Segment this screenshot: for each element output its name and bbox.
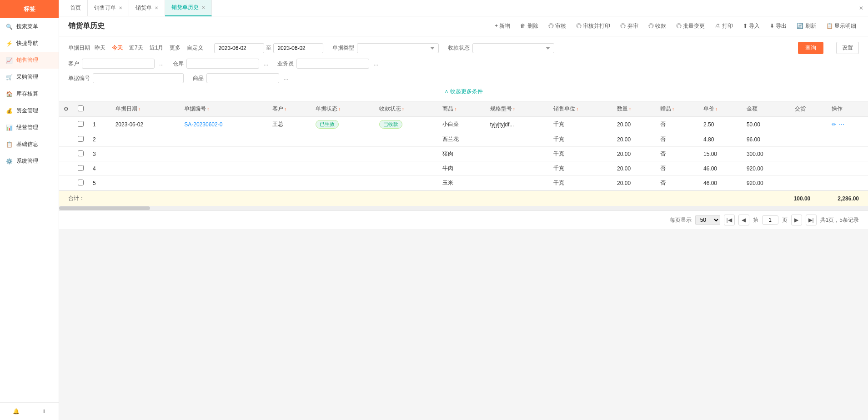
shortcut-7days[interactable]: 近7天 [127,44,145,52]
delete-button[interactable]: 🗑 删除 [517,21,541,31]
col-doc-no[interactable]: 单据编号↕ [180,101,268,117]
sidebar-item-basic-info[interactable]: 📋 基础信息 [0,136,59,153]
sidebar-item-sales[interactable]: 📈 销售管理 [0,52,59,69]
customer-ellipsis[interactable]: ... [159,60,164,67]
shortcut-custom[interactable]: 自定义 [185,44,205,52]
shortcut-today[interactable]: 今天 [110,44,125,52]
row-transaction [790,147,828,161]
col-customer[interactable]: 客户↕ [268,101,311,117]
tab-sales-goods-close[interactable]: ✕ [155,5,158,10]
col-gear[interactable]: ⚙ [59,101,73,117]
scrollbar-thumb[interactable] [59,206,150,210]
sidebar-item-finance[interactable]: 💰 资金管理 [0,102,59,119]
collect-button[interactable]: ◎ 收款 [646,21,669,31]
more-icon[interactable]: ⋯ [839,121,844,128]
tab-sales-history[interactable]: 销货单历史 ✕ [165,0,212,16]
per-page-select[interactable]: 50 100 200 [695,215,720,225]
col-spec[interactable]: 规格型号↕ [486,101,549,117]
col-goods[interactable]: 商品↕ [438,101,485,117]
row-spec [486,176,549,190]
customer-input[interactable] [82,59,155,69]
row-checkbox[interactable] [73,161,88,176]
sidebar-item-search[interactable]: 🔍 搜索菜单 [0,18,59,35]
col-qty[interactable]: 数量↕ [612,101,656,117]
prev-page-button[interactable]: ◀ [738,215,749,225]
last-page-button[interactable]: ▶| [806,215,817,225]
shortcut-more[interactable]: 更多 [168,44,182,52]
doc-type-select[interactable] [357,43,439,53]
row-doc-date [111,161,180,176]
row-doc-no[interactable] [180,132,268,147]
row-checkbox[interactable] [73,132,88,147]
sidebar-item-operations[interactable]: 📊 经营管理 [0,119,59,136]
abandon-button[interactable]: ◎ 弃审 [617,21,641,31]
date-to-input[interactable] [273,43,323,53]
docno-input[interactable] [93,73,184,83]
pause-icon[interactable]: ⏸ [41,408,46,415]
col-doc-date[interactable]: 单据日期↕ [111,101,180,117]
page-number-input[interactable] [762,215,778,225]
tab-home[interactable]: 首页 [64,0,88,16]
goods-ellipsis[interactable]: ... [284,75,288,81]
goods-input[interactable] [206,73,279,83]
row-checkbox[interactable] [73,176,88,190]
sidebar-item-purchase[interactable]: 🛒 采购管理 [0,69,59,85]
first-page-button[interactable]: |◀ [724,215,735,225]
col-gift[interactable]: 赠品↕ [656,101,699,117]
row-doc-no[interactable] [180,147,268,161]
sidebar-item-system[interactable]: ⚙️ 系统管理 [0,153,59,170]
show-detail-button[interactable]: 📋 显示明细 [823,21,859,31]
next-page-button[interactable]: ▶ [791,215,802,225]
query-button[interactable]: 查询 [798,42,823,54]
row-select-checkbox[interactable] [78,136,84,142]
row-doc-no[interactable] [180,161,268,176]
row-select-checkbox[interactable] [78,180,84,185]
shortcut-yesterday[interactable]: 昨天 [93,44,107,52]
staff-input[interactable] [296,59,369,69]
notification-icon[interactable]: 🔔 [13,408,20,415]
staff-ellipsis[interactable]: ... [374,60,378,67]
tab-sales-goods[interactable]: 销货单 ✕ [129,0,165,16]
setting-button[interactable]: 设置 [836,42,859,54]
col-checkbox[interactable] [73,101,88,117]
close-all-tabs-button[interactable]: ✕ [859,5,863,11]
sidebar-item-quicknav[interactable]: ⚡ 快捷导航 [0,35,59,52]
lightning-icon: ⚡ [5,40,13,47]
export-button[interactable]: ⬇ 导出 [767,21,789,31]
col-unit-price[interactable]: 单价↕ [699,101,742,117]
list-icon: 📋 [5,141,13,148]
row-checkbox[interactable] [73,117,88,132]
import-button[interactable]: ⬆ 导入 [740,21,763,31]
warehouse-ellipsis[interactable]: ... [264,60,268,67]
col-amount[interactable]: 金额 [742,101,790,117]
col-doc-status[interactable]: 单据状态↕ [311,101,375,117]
refresh-button[interactable]: 🔄 刷新 [794,21,818,31]
shortcut-1month[interactable]: 近1月 [148,44,166,52]
batch-change-button[interactable]: ◎ 批量变更 [673,21,707,31]
col-unit[interactable]: 销售单位↕ [549,101,612,117]
row-select-checkbox[interactable] [78,165,84,171]
pay-status-select[interactable] [472,43,554,53]
sidebar-item-inventory[interactable]: 🏠 库存核算 [0,85,59,102]
tab-sales-order-close[interactable]: ✕ [119,5,122,10]
row-checkbox[interactable] [73,147,88,161]
row-doc-no[interactable] [180,176,268,190]
row-select-checkbox[interactable] [78,121,84,127]
warehouse-input[interactable] [186,59,259,69]
col-seq [88,101,111,117]
date-from-input[interactable] [214,43,264,53]
col-pay-status[interactable]: 收款状态↕ [375,101,438,117]
tab-sales-history-close[interactable]: ✕ [201,5,205,10]
audit-button[interactable]: ◎ 审核 [546,21,569,31]
filter-more-toggle[interactable]: ∧ 收起更多条件 [68,88,859,95]
tab-sales-order[interactable]: 销售订单 ✕ [88,0,129,16]
col-transaction[interactable]: 交货 [790,101,828,117]
edit-icon[interactable]: ✏ [832,121,836,128]
select-all-checkbox[interactable] [78,105,84,111]
new-button[interactable]: + 新增 [492,21,513,31]
row-select-checkbox[interactable] [78,150,84,156]
print-button[interactable]: 🖨 打印 [712,21,735,31]
horizontal-scrollbar[interactable] [59,206,868,210]
row-doc-no[interactable]: SA-20230602-0 [180,117,268,132]
audit-print-button[interactable]: ◎ 审核并打印 [573,21,613,31]
